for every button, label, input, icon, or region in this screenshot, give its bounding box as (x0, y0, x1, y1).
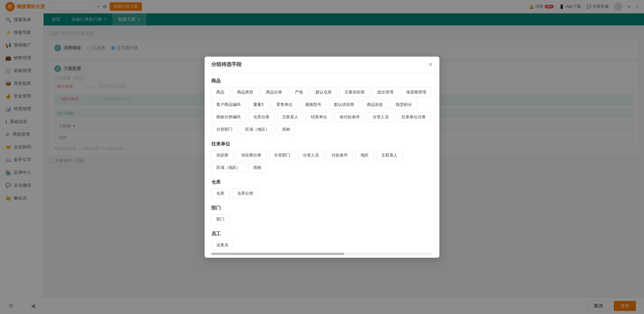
field-tag-0-11[interactable]: 规格型号 (300, 100, 326, 110)
field-tag-2-1[interactable]: 仓库分类 (232, 189, 258, 198)
field-tag-0-19[interactable]: 收付款条件 (335, 112, 365, 122)
field-tags-0: 商品商品类型商品分类产地默认仓库主要供应商批次管理保质期管理客户商品编码重量3零… (211, 87, 433, 134)
field-tag-0-9[interactable]: 重量3 (248, 100, 269, 110)
field-section-4: 员工业务员 (211, 231, 433, 250)
field-tag-2-0[interactable]: 仓库 (211, 189, 229, 198)
field-tag-1-3[interactable]: 分管人员 (298, 150, 324, 160)
field-tag-1-1[interactable]: 供应商分类 (236, 150, 266, 160)
modal-title: 分组待选字段 (211, 61, 241, 68)
field-tag-0-24[interactable]: 简称 (277, 125, 295, 134)
field-tag-0-3[interactable]: 产地 (290, 87, 308, 97)
modal-dialog: 分组待选字段 ✕ 商品商品商品类型商品分类产地默认仓库主要供应商批次管理保质期管… (205, 57, 439, 258)
field-tags-3: 部门 (211, 214, 433, 224)
modal-header: 分组待选字段 ✕ (205, 57, 439, 73)
field-section-title-2: 仓库 (211, 179, 433, 185)
field-tag-1-6[interactable]: 主联系人 (376, 150, 402, 160)
field-tag-0-4[interactable]: 默认仓库 (311, 87, 337, 97)
field-tag-0-20[interactable]: 分管人员 (368, 112, 394, 122)
field-tag-0-23[interactable]: 区域（地区） (240, 125, 274, 134)
field-tag-0-18[interactable]: 结算单位 (306, 112, 332, 122)
field-tag-0-21[interactable]: 往来单位分类 (396, 112, 431, 122)
field-tag-0-17[interactable]: 主联系人 (277, 112, 303, 122)
field-tag-0-2[interactable]: 商品分类 (261, 87, 287, 97)
field-tag-1-5[interactable]: 地区 (356, 150, 374, 160)
field-tag-0-8[interactable]: 客户商品编码 (211, 100, 246, 110)
field-section-title-4: 员工 (211, 231, 433, 237)
field-tag-1-4[interactable]: 付款条件 (327, 150, 353, 160)
field-tag-0-13[interactable]: 商品别名 (362, 100, 388, 110)
field-section-1: 往来单位供应商供应商分类分管部门分管人员付款条件地区主联系人区域（地区）简称 (211, 141, 433, 173)
field-tag-0-22[interactable]: 分管部门 (211, 125, 237, 134)
field-tag-0-16[interactable]: 仓库分类 (248, 112, 274, 122)
field-tag-0-5[interactable]: 主要供应商 (339, 87, 370, 97)
field-tags-2: 仓库仓库分类 (211, 189, 433, 198)
field-tag-0-12[interactable]: 默认供应商 (329, 100, 359, 110)
field-tag-0-14[interactable]: 拣货积分 (391, 100, 417, 110)
field-section-title-3: 部门 (211, 205, 433, 211)
field-tag-0-1[interactable]: 商品类型 (232, 87, 258, 97)
field-tag-0-15[interactable]: 税收分类编码 (211, 112, 246, 122)
field-section-2: 仓库仓库仓库分类 (211, 179, 433, 198)
field-section-title-1: 往来单位 (211, 141, 433, 147)
modal-scrollbar-thumb[interactable] (211, 253, 344, 255)
field-tag-0-7[interactable]: 保质期管理 (401, 87, 431, 97)
field-tags-1: 供应商供应商分类分管部门分管人员付款条件地区主联系人区域（地区）简称 (211, 150, 433, 173)
field-tag-1-2[interactable]: 分管部门 (269, 150, 295, 160)
field-tag-1-7[interactable]: 区域（地区） (211, 163, 246, 173)
field-tag-1-0[interactable]: 供应商 (211, 150, 233, 160)
field-section-3: 部门部门 (211, 205, 433, 224)
field-tag-0-10[interactable]: 零售单位 (271, 100, 298, 110)
field-tags-4: 业务员 (211, 240, 433, 250)
field-section-0: 商品商品商品类型商品分类产地默认仓库主要供应商批次管理保质期管理客户商品编码重量… (211, 78, 433, 134)
field-tag-1-8[interactable]: 简称 (248, 163, 266, 173)
modal-close-button[interactable]: ✕ (428, 61, 433, 68)
field-tag-4-0[interactable]: 业务员 (211, 240, 233, 250)
field-tag-3-0[interactable]: 部门 (211, 214, 229, 224)
modal-body[interactable]: 商品商品商品类型商品分类产地默认仓库主要供应商批次管理保质期管理客户商品编码重量… (205, 73, 439, 253)
field-tag-0-0[interactable]: 商品 (211, 87, 229, 97)
modal-horizontal-scrollbar[interactable] (211, 253, 433, 255)
field-tag-0-6[interactable]: 批次管理 (372, 87, 398, 97)
field-section-title-0: 商品 (211, 78, 433, 84)
